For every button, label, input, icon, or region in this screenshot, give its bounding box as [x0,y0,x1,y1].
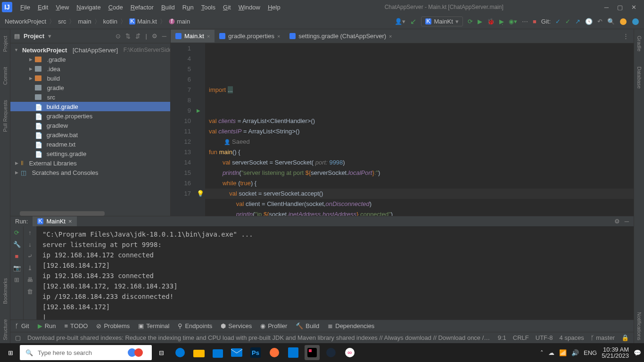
ide-update-icon[interactable] [619,18,627,25]
app-icon[interactable] [323,345,339,360]
tray-cloud-icon[interactable]: ☁ [548,349,554,356]
start-button[interactable]: ⊞ [3,345,18,360]
app-icon-2[interactable]: ∞ [342,345,357,360]
tree-item[interactable]: 📄 gradlew [10,121,170,130]
up-icon[interactable]: ↑ [28,229,32,236]
crumb[interactable]: KMain.kt [129,18,157,25]
crumb[interactable]: fmain [169,18,190,25]
collapse-all-icon[interactable]: ⇵ [135,33,140,40]
search-icon[interactable]: 🔍 [607,18,615,25]
menu-help[interactable]: Help [264,2,284,13]
crumb[interactable]: NetworkProject [5,18,46,25]
indent[interactable]: 4 spaces [560,334,584,341]
tree-item[interactable]: 📄 gradlew.bat [10,130,170,140]
intellij-icon[interactable] [305,345,320,360]
photoshop-icon[interactable]: Ps [248,345,263,360]
scroll-icon[interactable]: ⤓ [27,264,33,272]
layout-icon[interactable]: ⊞ [14,276,19,283]
tree-scratches[interactable]: ▶◫ Scratches and Consoles [10,168,170,177]
tool-bookmarks[interactable]: Bookmarks [2,275,8,307]
firefox-icon[interactable] [267,345,282,360]
crumb[interactable]: src [58,18,66,25]
hide-icon[interactable]: ─ [162,33,166,40]
bt-problems[interactable]: ⊘ Problems [96,322,130,329]
tray-wifi-icon[interactable]: 📶 [559,349,567,356]
tree-external[interactable]: ▶⫴ External Libraries [10,158,170,168]
stop-icon[interactable]: ■ [533,18,537,25]
stop-run-icon[interactable]: ■ [15,253,19,260]
expand-all-icon[interactable]: ⇅ [125,33,131,40]
console-output[interactable]: "C:\Program Files\Java\jdk-18.0.1.1\bin\… [37,226,634,325]
tree-item[interactable]: 📄 settings.gradle [10,149,170,158]
minimize-button[interactable]: ─ [604,4,609,11]
tree-item[interactable]: 📄 build.gradle [10,102,170,111]
git-push-icon[interactable]: ✓ [565,18,570,25]
menu-build[interactable]: Build [158,2,178,13]
tree-item[interactable]: ▶ .gradle [10,55,170,64]
git-branch[interactable]: ᚶ master [591,334,615,341]
bt-build[interactable]: 🔨 Build [296,322,319,329]
bt-services[interactable]: ⬢ Services [221,322,252,329]
status-message[interactable]: Download pre-built shared indexes: Reduc… [27,334,491,341]
profile-icon[interactable]: ◉▾ [509,18,517,25]
crumb[interactable]: main [78,18,91,25]
code-editor[interactable]: 14567891011121314151617 ▶ 💡 import ... v… [171,43,634,216]
project-tree[interactable]: ▼ NetworkProject [ChatAppServer] F:\Kotl… [10,43,170,216]
add-user-icon[interactable]: 👤▾ [395,18,405,25]
close-button[interactable]: ✕ [631,4,636,11]
scrollbar[interactable] [20,211,105,216]
tool-project[interactable]: Project [2,33,8,55]
wrench-icon[interactable]: 🔧 [13,241,21,248]
rerun-icon[interactable]: ⟳ [14,229,19,236]
menu-edit[interactable]: Edit [34,2,51,13]
git-commit-icon[interactable]: ✓ [555,18,561,25]
crumb[interactable]: kotlin [103,18,117,25]
gear-icon[interactable]: ⚙ [152,33,157,40]
camera-icon[interactable]: 📷 [13,264,21,272]
edge-icon[interactable] [173,345,188,360]
photos-icon[interactable] [286,345,301,360]
status-icon[interactable]: ▢ [15,334,21,341]
menu-window[interactable]: Window [235,2,264,13]
bt-git[interactable]: ᚶ Git [15,322,29,329]
code-area[interactable]: import ... val clients = ArrayList<Clien… [205,43,634,216]
down-icon[interactable]: ↓ [28,241,32,248]
git-history-icon[interactable]: 🕓 [585,18,593,25]
build-icon[interactable]: ⟳ [468,18,473,25]
trash-icon[interactable]: 🗑 [27,288,33,295]
select-opened-icon[interactable]: ⊙ [116,33,121,40]
settings-icon[interactable] [632,18,639,25]
tray-clock[interactable]: 10:39 AM5/21/2023 [602,346,629,359]
tree-item[interactable]: 📄 gradle.properties [10,111,170,121]
editor-tab[interactable]: settings.gradle (ChatAppServer)× [285,30,396,42]
bt-profiler[interactable]: ◉ Profiler [260,322,287,329]
lock-icon[interactable]: 🔒 [621,334,629,341]
attach-icon[interactable]: ⋯ [522,18,528,25]
tree-item[interactable]: ▶ build [10,74,170,83]
tool-structure[interactable]: Structure [2,316,8,343]
menu-run[interactable]: Run [179,2,197,13]
tool-notifications[interactable]: Notifications [636,309,642,343]
debug-icon[interactable]: 🐞 [487,18,495,25]
tree-item[interactable]: src [10,92,170,102]
tray-notifications-icon[interactable]: 💬 [634,349,641,356]
bt-dependencies[interactable]: ≣ Dependencies [328,322,374,329]
tool-database[interactable]: Database [636,64,642,91]
bt-terminal[interactable]: ▣ Terminal [138,322,169,329]
tree-item[interactable]: 📄 readme.txt [10,140,170,149]
tray-chevron-icon[interactable]: ˄ [540,349,544,356]
editor-tab[interactable]: Main.kt× [171,30,215,42]
bt-run[interactable]: ▶ Run [38,322,56,329]
vcs-update-icon[interactable]: ↙ [410,17,416,26]
tree-root[interactable]: ▼ NetworkProject [ChatAppServer] F:\Kotl… [10,45,170,55]
run-icon[interactable]: ▶ [478,18,482,25]
tool-commit[interactable]: Commit [2,64,8,88]
bt-todo[interactable]: ≡ TODO [64,322,88,329]
taskbar-search[interactable]: 🔍 Type here to search [20,345,152,360]
store-icon[interactable] [210,345,225,360]
menu-git[interactable]: Git [220,2,234,13]
mail-icon[interactable] [229,345,244,360]
explorer-icon[interactable] [191,345,206,360]
run-hide-icon[interactable]: ─ [625,218,629,225]
tray-lang[interactable]: ENG [584,349,597,356]
